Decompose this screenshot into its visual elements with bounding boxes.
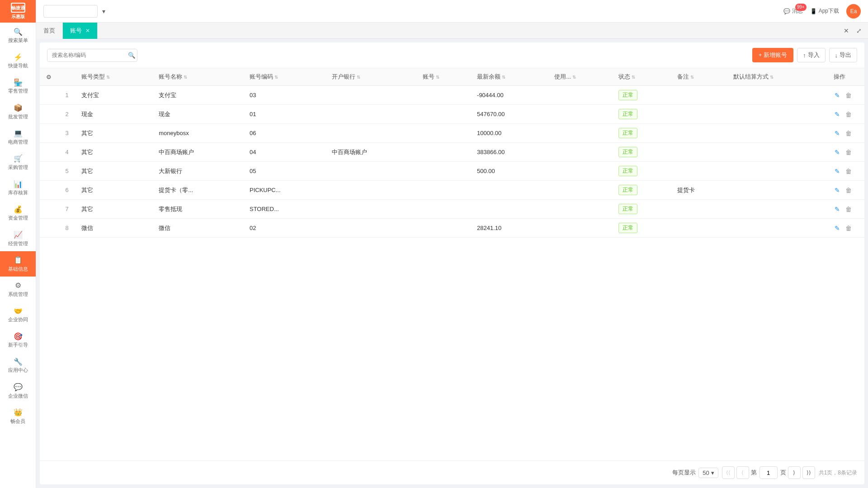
sidebar-item-label-appcenter: 应用中心 — [8, 367, 28, 373]
app-download-button[interactable]: 📱 App下载 — [810, 7, 839, 15]
tab-close-all-button[interactable]: ✕ — [841, 25, 852, 36]
delete-button[interactable]: 🗑 — [844, 129, 853, 138]
sidebar-item-purchase[interactable]: 🛒 采购管理 — [0, 150, 36, 175]
sidebar-item-member[interactable]: 👑 畅会员 — [0, 404, 36, 429]
edit-button[interactable]: ✎ — [834, 167, 841, 176]
system-icon: ⚙ — [14, 281, 23, 290]
col-bank[interactable]: 开户银行⇅ — [326, 68, 417, 86]
delete-button[interactable]: 🗑 — [844, 167, 853, 176]
cell-usage — [549, 124, 613, 143]
edit-button[interactable]: ✎ — [834, 224, 841, 233]
page-size-dropdown[interactable]: 50 ▾ — [698, 468, 718, 478]
col-account[interactable]: 账号⇅ — [417, 68, 472, 86]
cell-status: 正常 — [613, 200, 672, 219]
tab-expand-button[interactable]: ⤢ — [854, 25, 864, 36]
cell-type: 其它 — [76, 162, 153, 181]
cell-index: 3 — [58, 124, 76, 143]
page-last-button[interactable]: ⟩⟩ — [802, 466, 815, 479]
sidebar-item-label-operation: 经营管理 — [8, 241, 28, 247]
delete-button[interactable]: 🗑 — [844, 205, 853, 214]
search-input[interactable] — [47, 49, 124, 61]
tab-account[interactable]: 账号 ✕ — [63, 23, 98, 39]
sidebar-item-label-purchase: 采购管理 — [8, 164, 28, 170]
accounts-table: ⚙ 账号类型⇅ 账号名称⇅ 账号编码⇅ 开户银行⇅ 账号⇅ 最新余额⇅ 使用..… — [40, 68, 864, 238]
cell-settings — [40, 181, 58, 200]
cell-account — [417, 105, 472, 124]
sidebar-item-appcenter[interactable]: 🔧 应用中心 — [0, 352, 36, 378]
add-account-button[interactable]: + 新增账号 — [752, 48, 793, 62]
edit-button[interactable]: ✎ — [834, 148, 841, 157]
col-usage[interactable]: 使用...⇅ — [549, 68, 613, 86]
tab-bar-actions: ✕ ⤢ — [841, 25, 868, 36]
sidebar-item-basic-info[interactable]: 📋 基础信息 — [0, 251, 36, 277]
col-balance[interactable]: 最新余额⇅ — [472, 68, 549, 86]
mobile-icon: 📱 — [810, 8, 817, 14]
col-default-settlement[interactable]: 默认结算方式⇅ — [728, 68, 828, 86]
edit-button[interactable]: ✎ — [834, 91, 841, 100]
content-area: 🔍 + 新增账号 ↑ 导入 ↓ 导出 — [40, 42, 864, 484]
col-type[interactable]: 账号类型⇅ — [76, 68, 153, 86]
cell-index: 7 — [58, 200, 76, 219]
sidebar-item-ecommerce[interactable]: 💻 电商管理 — [0, 124, 36, 150]
sidebar-item-enterprise[interactable]: 🤝 企业协同 — [0, 302, 36, 327]
cell-account — [417, 143, 472, 162]
cell-index: 5 — [58, 162, 76, 181]
delete-button[interactable]: 🗑 — [844, 110, 853, 119]
export-button[interactable]: ↓ 导出 — [829, 48, 858, 62]
tab-close-button[interactable]: ✕ — [85, 28, 90, 34]
sidebar-item-operation[interactable]: 📈 经营管理 — [0, 226, 36, 251]
page-first-button[interactable]: ⟨⟨ — [722, 466, 735, 479]
sidebar-item-finance[interactable]: 💰 资金管理 — [0, 200, 36, 225]
col-index — [58, 68, 76, 86]
page-label: 第 — [751, 469, 757, 477]
cell-balance: 383866.00 — [472, 143, 549, 162]
sidebar-item-system[interactable]: ⚙ 系统管理 — [0, 277, 36, 302]
message-button[interactable]: 💬 消息 99+ — [783, 7, 803, 15]
status-badge: 正常 — [618, 109, 637, 119]
import-button[interactable]: ↑ 导入 — [797, 48, 826, 62]
page-number-input[interactable] — [760, 466, 778, 479]
status-badge: 正常 — [618, 185, 637, 195]
col-settings[interactable]: ⚙ — [40, 68, 58, 86]
cell-default-settlement — [728, 181, 828, 200]
header-left: ▾ — [43, 5, 105, 18]
sidebar-item-retail[interactable]: 🏪 零售管理 — [0, 73, 36, 99]
col-code[interactable]: 账号编码⇅ — [244, 68, 326, 86]
sidebar-item-label-member: 畅会员 — [10, 418, 25, 424]
delete-button[interactable]: 🗑 — [844, 186, 853, 195]
edit-button[interactable]: ✎ — [834, 186, 841, 195]
page-next-button[interactable]: ⟩ — [788, 466, 801, 479]
top-search-input[interactable] — [43, 5, 98, 18]
delete-button[interactable]: 🗑 — [844, 148, 853, 157]
delete-button[interactable]: 🗑 — [844, 224, 853, 233]
sidebar-item-wholesale[interactable]: 📦 批发管理 — [0, 99, 36, 124]
col-status[interactable]: 状态⇅ — [613, 68, 672, 86]
cell-status: 正常 — [613, 181, 672, 200]
edit-button[interactable]: ✎ — [834, 129, 841, 138]
page-prev-button[interactable]: ⟨ — [736, 466, 749, 479]
cell-bank — [326, 86, 417, 105]
sidebar-item-guide[interactable]: 🎯 新手引导 — [0, 327, 36, 352]
col-remark[interactable]: 备注⇅ — [672, 68, 728, 86]
col-name[interactable]: 账号名称⇅ — [153, 68, 244, 86]
page-size-value: 50 — [703, 469, 709, 476]
page-nav: ⟨⟨ ⟨ 第 页 ⟩ ⟩⟩ — [722, 466, 815, 479]
dropdown-button[interactable]: ▾ — [102, 8, 105, 15]
cell-code: 02 — [244, 219, 326, 238]
edit-button[interactable]: ✎ — [834, 205, 841, 214]
user-avatar-area[interactable]: Ea — [846, 4, 861, 19]
sidebar-item-quicknav[interactable]: ⚡ 快捷导航 — [0, 48, 36, 73]
sidebar-item-wechat-work[interactable]: 💬 企业微信 — [0, 378, 36, 404]
basic-info-icon: 📋 — [14, 256, 23, 265]
delete-button[interactable]: 🗑 — [844, 91, 853, 100]
edit-button[interactable]: ✎ — [834, 110, 841, 119]
sidebar-item-search[interactable]: 🔍 搜索菜单 — [0, 23, 36, 48]
sidebar-item-inventory[interactable]: 📊 库存核算 — [0, 175, 36, 200]
cell-bank — [326, 219, 417, 238]
app-sub-text: 乐惠版 — [11, 14, 25, 20]
logo-icon: 畅捷通 — [11, 3, 25, 13]
cell-action: ✎ 🗑 — [828, 86, 864, 105]
search-button[interactable]: 🔍 — [124, 49, 137, 61]
tab-home[interactable]: 首页 — [36, 23, 63, 39]
cell-action: ✎ 🗑 — [828, 105, 864, 124]
